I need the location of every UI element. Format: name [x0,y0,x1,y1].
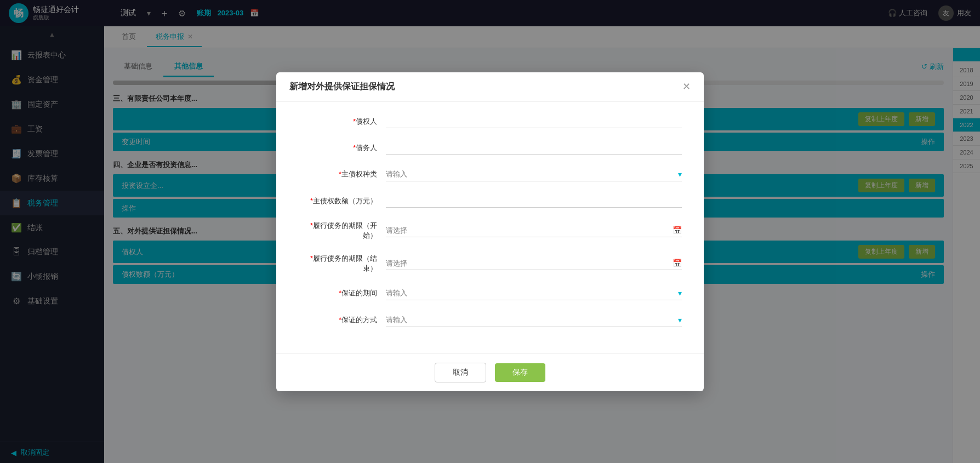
obligation-end-date-wrapper: 📅 [386,256,682,270]
guarantee-method-label: *保证的方式 [298,315,386,325]
claim-amount-label: *主债权数额（万元） [298,196,386,206]
claim-amount-input[interactable] [386,195,682,208]
obligation-start-label: *履行债务的期限（开始） [298,221,386,241]
claim-type-label: *主债权种类 [298,169,386,179]
form-row-claim-amount: *主债权数额（万元） [298,195,682,208]
dialog: 新增对外提供保证担保情况 ✕ *债权人 *债务人 *主债权种类 [276,72,704,391]
dialog-footer: 取消 保存 [276,353,704,391]
guarantee-period-dropdown-icon[interactable]: ▾ [678,289,682,298]
obligation-start-input[interactable] [386,226,673,235]
obligation-start-date-wrapper: 📅 [386,224,682,237]
obligation-end-input[interactable] [386,259,673,267]
claim-type-dropdown-icon[interactable]: ▾ [678,170,682,179]
debtor-input[interactable] [386,141,682,155]
obligation-end-label: *履行债务的期限（结束） [298,254,386,273]
claim-type-input[interactable] [386,170,678,178]
creditor-input[interactable] [386,115,682,128]
guarantee-period-select-wrapper: ▾ [386,287,682,300]
claim-type-select-wrapper: ▾ [386,168,682,181]
save-button[interactable]: 保存 [495,363,545,382]
form-row-obligation-start: *履行债务的期限（开始） 📅 [298,221,682,241]
debtor-label: *债务人 [298,143,386,153]
guarantee-method-dropdown-icon[interactable]: ▾ [678,316,682,324]
dialog-header: 新增对外提供保证担保情况 ✕ [276,72,704,102]
dialog-title: 新增对外提供保证担保情况 [289,81,395,93]
form-row-guarantee-period: *保证的期间 ▾ [298,287,682,300]
guarantee-method-input[interactable] [386,316,678,324]
form-row-claim-type: *主债权种类 ▾ [298,168,682,181]
form-row-guarantee-method: *保证的方式 ▾ [298,313,682,327]
obligation-end-calendar-icon[interactable]: 📅 [673,259,682,267]
obligation-start-calendar-icon[interactable]: 📅 [673,226,682,235]
creditor-label: *债权人 [298,117,386,127]
guarantee-method-select-wrapper: ▾ [386,313,682,327]
form-row-debtor: *债务人 [298,141,682,155]
form-row-obligation-end: *履行债务的期限（结束） 📅 [298,254,682,273]
dialog-body: *债权人 *债务人 *主债权种类 ▾ [276,102,704,353]
modal-overlay: 新增对外提供保证担保情况 ✕ *债权人 *债务人 *主债权种类 [0,0,980,463]
form-row-creditor: *债权人 [298,115,682,128]
dialog-close-button[interactable]: ✕ [682,82,691,92]
guarantee-period-label: *保证的期间 [298,288,386,298]
cancel-button[interactable]: 取消 [435,363,486,382]
guarantee-period-input[interactable] [386,289,678,297]
